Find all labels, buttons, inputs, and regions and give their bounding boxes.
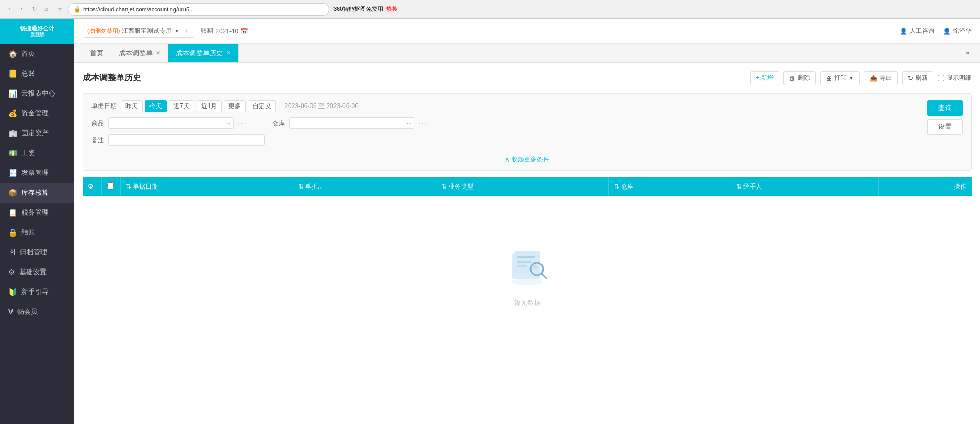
forward-btn[interactable]: › [18,5,26,14]
page-area: 成本调整单历史 + 新增 🗑 删除 🖨 打印 ▼ 📤 导出 [74,63,980,424]
warehouse-more-icon[interactable]: ··· [419,119,428,127]
close-window-btn[interactable]: ✕ [963,49,972,57]
query-button[interactable]: 查询 [927,100,963,116]
sidebar-item-inventory[interactable]: 📦 库存核算 [0,183,74,203]
svg-line-7 [541,274,546,278]
date-filter-label: 单据日期 [91,102,117,111]
date-btn-yesterday[interactable]: 昨天 [121,100,143,112]
note-input[interactable] [108,134,265,146]
data-table: ⚙ ⇅ 单据日期 ⇅ 单据... [83,177,972,349]
col-date[interactable]: ⇅ 单据日期 [120,177,293,196]
refresh-button[interactable]: ↻ 刷新 [902,71,933,85]
filter-settings-button[interactable]: 设置 [927,119,963,135]
filter-area: 单据日期 昨天 今天 近7天 近1月 更多 自定义 2023-06-06 至 2… [83,93,972,171]
sidebar-item-funds[interactable]: 💰 资金管理 [0,103,74,123]
date-btn-1month[interactable]: 近1月 [197,100,222,112]
sidebar-item-reports[interactable]: 📊 云报表中心 [0,84,74,103]
goods-more-icon[interactable]: ··· [238,119,247,127]
col-settings-icon[interactable]: ⚙ [88,183,94,190]
date-btn-today[interactable]: 今天 [145,100,167,112]
user-info[interactable]: 👤 徐泽华 [943,27,972,36]
tab-cost-adjust-history[interactable]: 成本调整单历史 ✕ [168,44,239,62]
tab-home[interactable]: 首页 [83,44,111,62]
export-button[interactable]: 📤 导出 [864,71,898,85]
company-name: 江西服宝测试专用 [122,27,172,36]
sort-number-icon[interactable]: ⇅ [298,183,304,190]
note-filter-label: 备注 [91,136,104,145]
sidebar-item-vip[interactable]: V 畅会员 [0,302,74,322]
sort-warehouse-icon[interactable]: ⇅ [614,183,619,190]
export-icon: 📤 [870,75,878,82]
table-header-row: ⚙ ⇅ 单据日期 ⇅ 单据... [83,177,972,196]
top-bar-left: (勿删勿禁用) 江西服宝测试专用 ▼ ＋ 账期 2021-10 📅 [83,25,248,38]
calendar-icon[interactable]: 📅 [240,28,248,35]
col-settings[interactable]: ⚙ [83,177,101,196]
company-warning: (勿删勿禁用) [87,27,120,35]
sidebar-item-close[interactable]: 🔒 结账 [0,222,74,242]
goods-select[interactable] [108,117,234,129]
goods-select-wrapper [108,117,234,129]
archive-icon: 🗄 [8,248,16,256]
period-info: 账期 2021-10 📅 [201,27,248,36]
col-checkbox[interactable] [101,177,120,196]
funds-icon: 💰 [8,109,17,117]
sidebar-item-home[interactable]: 🏠 首页 [0,44,74,64]
date-btn-7days[interactable]: 近7天 [169,100,194,112]
salary-icon: 💵 [8,149,17,157]
detail-checkbox-input[interactable] [938,75,944,81]
sidebar-item-guide[interactable]: 🔰 新手引导 [0,282,74,302]
print-icon: 🖨 [826,75,832,82]
sidebar-item-salary[interactable]: 💵 工资 [0,143,74,163]
sidebar-item-fixed-assets[interactable]: 🏢 固定资产 [0,123,74,143]
bookmark-btn[interactable]: ☆ [55,5,64,14]
new-button[interactable]: + 新增 [750,71,779,85]
col-warehouse[interactable]: ⇅ 仓库 [608,177,731,196]
add-icon[interactable]: ＋ [183,27,190,36]
home-icon: 🏠 [8,50,17,58]
user-avatar-icon: 👤 [943,28,951,35]
collapse-button[interactable]: ∧ 收起更多条件 [91,155,963,164]
sort-date-icon[interactable]: ⇅ [126,183,131,190]
tab-cost-adjust[interactable]: 成本调整单 ✕ [111,44,168,62]
hot-label: 热搜 [386,5,398,13]
sidebar-item-ledger[interactable]: 📒 总账 [0,64,74,84]
col-operator[interactable]: ⇅ 经手人 [731,177,878,196]
sidebar-item-settings[interactable]: ⚙ 基础设置 [0,262,74,282]
col-biz-type[interactable]: ⇅ 业务类型 [436,177,608,196]
goods-filter-label: 商品 [91,119,104,128]
date-btn-custom[interactable]: 自定义 [248,100,276,112]
address-bar[interactable]: 🔒 https://cloud.chanjet.com/accounting/u… [68,3,329,16]
sidebar-item-archive[interactable]: 🗄 归档管理 [0,242,74,262]
empty-illustration [501,238,554,290]
home-btn[interactable]: ⌂ [43,5,51,14]
close-tab-cost-adjust[interactable]: ✕ [156,50,160,56]
col-number[interactable]: ⇅ 单据... [293,177,436,196]
select-all-checkbox[interactable] [107,182,114,189]
app-wrapper: 畅捷通好会计 旗舰版 🏠 首页 📒 总账 📊 云报表中心 💰 资金管理 🏢 固定… [0,19,980,424]
sidebar-logo: 畅捷通好会计 旗舰版 [0,19,74,44]
back-btn[interactable]: ‹ [5,5,14,14]
service-icon: 👤 [900,28,907,35]
date-btn-more[interactable]: 更多 [224,100,246,112]
sort-operator-icon[interactable]: ⇅ [736,183,742,190]
search-label: 360智能抠图免费用 [333,5,383,13]
print-button[interactable]: 🖨 打印 ▼ [820,71,860,85]
sidebar-item-invoice[interactable]: 🧾 发票管理 [0,163,74,183]
date-filter-btns: 昨天 今天 近7天 近1月 更多 自定义 [121,100,276,112]
filter-main: 单据日期 昨天 今天 近7天 近1月 更多 自定义 2023-06-06 至 2… [91,100,963,151]
sidebar-item-tax[interactable]: 📋 税务管理 [0,203,74,222]
goods-warehouse-row: 商品 ··· 仓库 ··· [91,117,919,129]
close-tab-history[interactable]: ✕ [226,50,231,56]
svg-point-8 [533,265,537,269]
delete-button[interactable]: 🗑 删除 [783,71,816,85]
filter-fields: 单据日期 昨天 今天 近7天 近1月 更多 自定义 2023-06-06 至 2… [91,100,919,151]
display-detail-checkbox[interactable]: 显示明细 [938,74,972,83]
warehouse-select[interactable] [289,117,414,129]
reload-btn[interactable]: ↻ [30,5,39,14]
browser-toolbar-right: 360智能抠图免费用 热搜 [333,5,398,13]
service-btn[interactable]: 👤 人工咨询 [900,27,935,36]
tax-icon: 📋 [8,208,17,217]
company-selector[interactable]: (勿删勿禁用) 江西服宝测试专用 ▼ ＋ [83,25,194,38]
sort-biz-type-icon[interactable]: ⇅ [442,183,447,190]
date-filter-row: 单据日期 昨天 今天 近7天 近1月 更多 自定义 2023-06-06 至 2… [91,100,919,112]
